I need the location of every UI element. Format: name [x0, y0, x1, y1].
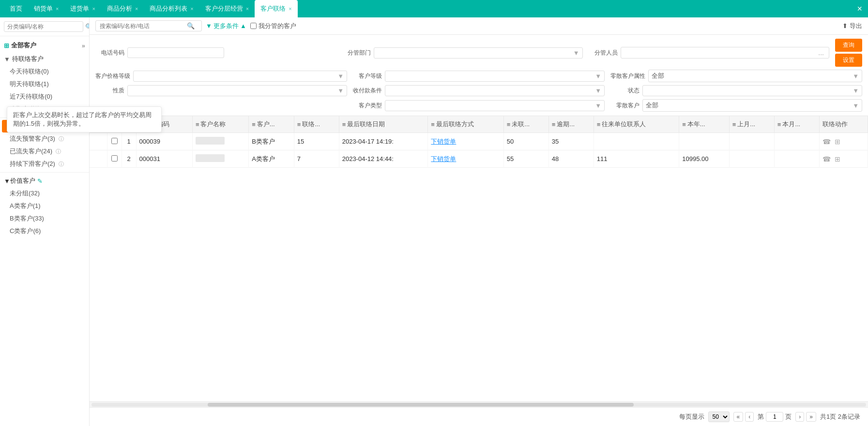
top-navigation: 首页 销货单 × 进货单 × 商品分析 × 商品分析列表 × 客户分层经营 × …	[0, 0, 868, 17]
category-search-icon[interactable]: 🔍	[85, 23, 90, 30]
gender-select[interactable]: ▼	[127, 85, 347, 96]
sidebar-item-continuous-down[interactable]: 持续下滑客户(2) ⓘ	[0, 158, 89, 170]
nav-customer-contact[interactable]: 客户联络 ×	[255, 0, 297, 17]
nav-product-analysis-list[interactable]: 商品分析列表 ×	[144, 0, 199, 17]
sidebar-item-today-pending[interactable]: 今天待联络(0)	[0, 65, 89, 78]
sidebar-item-lost-prediction[interactable]: 流失预警客户(3) ⓘ	[0, 132, 89, 145]
nav-sales-order-close[interactable]: ×	[56, 6, 59, 12]
sidebar-collapse-button[interactable]: »	[82, 42, 85, 49]
nav-sales-order[interactable]: 销货单 ×	[28, 0, 64, 17]
col-customer-name: ≡客户名称	[192, 116, 248, 133]
page-number-input[interactable]	[766, 412, 783, 422]
row2-phone-icon[interactable]: ☎	[822, 155, 831, 163]
col-this-year: ≡本年...	[679, 116, 730, 133]
sidebar-item-b-class[interactable]: B类客户(33)	[0, 212, 89, 225]
sidebar: 🔍 ⊞ 全部客户 » ▼ 待联络客户 今天待联络(0) 明天待联络(1) 近7天…	[0, 17, 90, 426]
table-row: 2 000031 A类客户 7 2023-04-12 14:44: 下销货单	[90, 150, 868, 168]
first-page-button[interactable]: «	[733, 412, 744, 422]
all-customers-header[interactable]: ⊞ 全部客户 »	[0, 38, 89, 53]
nav-product-analysis[interactable]: 商品分析 ×	[101, 0, 144, 17]
sidebar-divider-2	[0, 172, 89, 173]
sort-icon: ≡	[507, 121, 511, 128]
search-icon[interactable]: 🔍	[187, 22, 195, 29]
manager-dots-icon[interactable]: ...	[816, 49, 826, 57]
row1-phone-icon[interactable]: ☎	[822, 138, 831, 146]
next-page-button[interactable]: ›	[795, 412, 804, 422]
payment-select[interactable]: ▼	[385, 85, 605, 96]
sidebar-item-already-lost[interactable]: 已流失客户(24) ⓘ	[0, 145, 89, 158]
customer-price-select[interactable]: ▼	[133, 71, 347, 82]
retail-attr-label: 零散客户属性	[610, 72, 645, 80]
row2-select-checkbox[interactable]	[111, 155, 118, 162]
nav-purchase-order-close[interactable]: ×	[92, 6, 95, 12]
lost-prediction-info-icon[interactable]: ⓘ	[59, 136, 64, 142]
sort-icon: ≡	[252, 121, 256, 128]
department-select[interactable]: ▼	[374, 47, 582, 59]
filter-icon: ▼	[206, 22, 212, 29]
customer-type-label: 客户类型	[353, 102, 382, 110]
filter-row-1: 电话号码 分管部门 ▼ 分管人员 ...	[95, 39, 862, 67]
nav-home[interactable]: 首页	[4, 0, 28, 17]
nav-customer-tier-close[interactable]: ×	[246, 6, 249, 12]
row2-action-icons: ☎ ⊞	[822, 155, 865, 163]
filter-bar: 🔍 ▼ 更多条件 ▲ 我分管的客户 ⬆ 导出	[90, 17, 868, 35]
customer-level-select[interactable]: ▼	[385, 71, 605, 82]
retail-customer-select[interactable]: 全部 ▼	[642, 99, 862, 112]
row2-contact-person: 111	[594, 150, 679, 168]
row2-settings	[90, 150, 107, 168]
nav-product-analysis-list-close[interactable]: ×	[190, 6, 193, 12]
row1-select-checkbox[interactable]	[111, 138, 118, 144]
sidebar-item-ungrouped[interactable]: 未分组(32)	[0, 187, 89, 200]
page-navigation: « ‹	[733, 412, 754, 422]
row2-more-icon[interactable]: ⊞	[835, 155, 840, 163]
horizontal-scrollbar[interactable]	[90, 401, 868, 407]
row1-checkbox	[107, 133, 122, 150]
more-conditions-button[interactable]: ▼ 更多条件 ▲	[206, 22, 246, 30]
per-page-select[interactable]: 50	[708, 411, 730, 422]
sidebar-item-a-class[interactable]: A类客户(1)	[0, 200, 89, 212]
sidebar-item-7day-pending[interactable]: 近7天待联络(0)	[0, 90, 89, 103]
sort-icon: ≡	[777, 121, 781, 128]
customer-type-select[interactable]: ▼	[385, 100, 605, 111]
sidebar-item-c-class[interactable]: C类客户(6)	[0, 225, 89, 237]
row1-more-icon[interactable]: ⊞	[835, 138, 840, 146]
nav-customer-contact-close[interactable]: ×	[289, 6, 291, 12]
continuous-down-info-icon[interactable]: ⓘ	[59, 161, 64, 167]
row1-this-year	[679, 133, 730, 150]
sort-icon: ≡	[297, 121, 301, 128]
nav-purchase-order[interactable]: 进货单 ×	[64, 0, 101, 17]
manager-field: 分管人员 ...	[589, 47, 829, 59]
payment-field: 收付款条件 ▼	[353, 85, 605, 96]
table-area: ⚙ ≡客户编码 ≡客户名称	[90, 116, 868, 426]
prev-page-button[interactable]: ‹	[745, 412, 754, 422]
already-lost-info-icon[interactable]: ⓘ	[56, 148, 61, 154]
nav-customer-tier[interactable]: 客户分层经营 ×	[199, 0, 255, 17]
row2-method-link[interactable]: 下销货单	[431, 155, 456, 162]
category-search-input[interactable]	[4, 21, 83, 32]
advanced-filter: 电话号码 分管部门 ▼ 分管人员 ...	[90, 35, 868, 116]
sidebar-item-tomorrow-pending[interactable]: 明天待联络(1)	[0, 78, 89, 90]
nav-product-analysis-close[interactable]: ×	[135, 6, 138, 12]
query-button[interactable]: 查询	[835, 39, 862, 52]
department-chevron-icon: ▼	[573, 49, 579, 57]
export-button[interactable]: ⬆ 导出	[842, 22, 862, 30]
phone-input[interactable]	[127, 47, 224, 58]
pending-contact-section[interactable]: ▼ 待联络客户	[0, 53, 89, 65]
status-field: 状态 ▼	[610, 85, 862, 96]
my-customer-checkbox[interactable]	[250, 23, 257, 29]
row1-method-link[interactable]: 下销货单	[431, 138, 456, 145]
customer-table: ⚙ ≡客户编码 ≡客户名称	[90, 116, 868, 168]
gender-chevron-icon: ▼	[337, 87, 344, 94]
settings-button[interactable]: 设置	[835, 54, 862, 67]
last-page-button[interactable]: »	[806, 412, 816, 422]
status-select[interactable]: ▼	[642, 85, 862, 96]
search-input[interactable]	[100, 23, 187, 29]
retail-attr-select[interactable]: 全部 ▼	[648, 70, 862, 82]
manager-select[interactable]: ...	[621, 47, 829, 59]
value-customers-section[interactable]: ▼ 价值客户 ✎	[0, 175, 89, 187]
window-close-button[interactable]: ×	[857, 4, 862, 14]
value-customers-edit-icon[interactable]: ✎	[37, 177, 43, 185]
department-field: 分管部门 ▼	[342, 47, 582, 59]
row1-contact: 15	[294, 133, 339, 150]
row2-this-month	[774, 150, 819, 168]
